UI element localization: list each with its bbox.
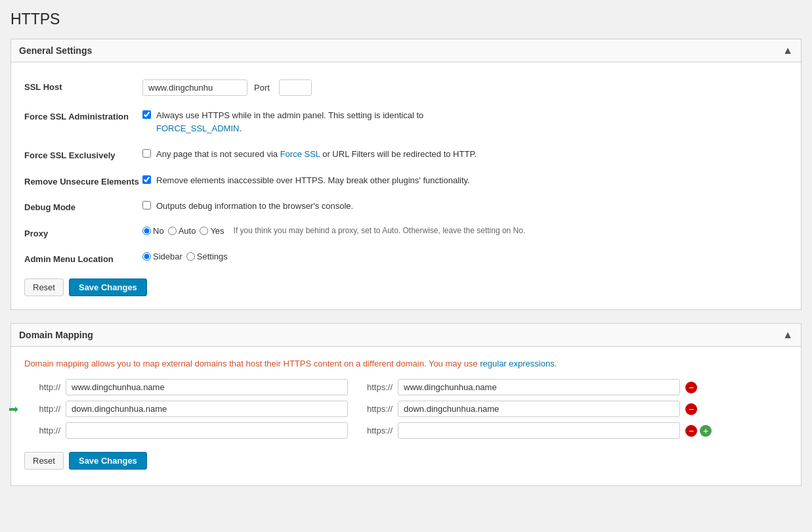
admin-menu-settings-label[interactable]: Settings: [186, 252, 228, 261]
force-ssl-exclusively-label: Force SSL Exclusively: [24, 148, 142, 160]
force-ssl-admin-label: Force SSL Administration: [24, 109, 142, 122]
force-ssl-exclusively-checkbox[interactable]: [142, 149, 151, 158]
remove-row2-button[interactable]: −: [685, 403, 697, 415]
force-ssl-admin-text: Always use HTTPS while in the admin pane…: [156, 109, 423, 135]
general-save-button[interactable]: Save Changes: [69, 278, 147, 296]
admin-menu-settings-radio[interactable]: [186, 252, 195, 261]
debug-mode-label: Debug Mode: [24, 200, 142, 212]
ssl-host-input[interactable]: [142, 79, 247, 96]
https-protocol-1: https://: [353, 382, 393, 392]
domain-mapping-body: Domain mapping allows you to map externa…: [11, 347, 801, 486]
general-settings-toggle[interactable]: ▲: [782, 45, 793, 56]
proxy-control: No Auto Yes If you think you may behind …: [142, 226, 788, 236]
force-ssl-admin-link[interactable]: FORCE_SSL_ADMIN: [156, 123, 239, 133]
domain-reset-button[interactable]: Reset: [24, 452, 64, 470]
force-ssl-admin-control: Always use HTTPS while in the admin pane…: [142, 109, 788, 135]
http-protocol-2: http://: [24, 404, 60, 414]
general-reset-button[interactable]: Reset: [24, 278, 64, 296]
remove-unsecure-row: Remove Unsecure Elements Remove elements…: [24, 167, 788, 194]
domain-mapping-buttons: Reset Save Changes: [24, 444, 788, 472]
general-settings-header: General Settings ▲: [11, 39, 801, 62]
regular-expressions-link[interactable]: regular expressions: [480, 359, 554, 368]
ssl-host-label: SSL Host: [24, 79, 142, 92]
port-label: Port: [254, 83, 270, 93]
proxy-hint: If you think you may behind a proxy, set…: [234, 226, 526, 235]
http-input-2[interactable]: [66, 401, 348, 417]
proxy-no-label[interactable]: No: [142, 226, 164, 236]
proxy-yes-radio[interactable]: [200, 227, 208, 235]
domain-row-2: ➡ http:// https:// −: [24, 401, 788, 417]
http-protocol-1: http://: [24, 382, 60, 392]
admin-menu-row: Admin Menu Location Sidebar Settings: [24, 245, 788, 271]
remove-unsecure-text: Remove elements inaccessible over HTTPS.…: [156, 174, 470, 187]
proxy-label: Proxy: [24, 226, 142, 238]
domain-save-button[interactable]: Save Changes: [69, 452, 147, 470]
row3-icons: − +: [685, 425, 712, 437]
remove-unsecure-label: Remove Unsecure Elements: [24, 174, 142, 187]
proxy-yes-label[interactable]: Yes: [200, 226, 224, 236]
https-protocol-3: https://: [353, 426, 393, 435]
proxy-auto-radio[interactable]: [168, 227, 177, 235]
debug-mode-text: Outputs debug information to the browser…: [156, 200, 353, 213]
general-settings-buttons: Reset Save Changes: [24, 271, 788, 299]
https-input-3[interactable]: [398, 422, 680, 439]
general-settings-panel: General Settings ▲ SSL Host Port Force S…: [11, 39, 801, 310]
remove-row3-button[interactable]: −: [685, 425, 697, 437]
admin-menu-sidebar-radio[interactable]: [142, 252, 151, 261]
force-ssl-link[interactable]: Force SSL: [280, 149, 320, 159]
row1-icons: −: [685, 382, 697, 393]
https-input-1[interactable]: [398, 379, 680, 395]
admin-menu-sidebar-label[interactable]: Sidebar: [142, 252, 182, 261]
page-title: HTTPS: [11, 11, 801, 28]
debug-mode-checkbox[interactable]: [142, 201, 151, 210]
port-input[interactable]: [279, 79, 312, 96]
general-settings-body: SSL Host Port Force SSL Administration A…: [11, 62, 801, 309]
domain-mapping-header: Domain Mapping ▲: [11, 324, 801, 347]
proxy-row: Proxy No Auto Yes If you think you may b…: [24, 219, 788, 245]
domain-mapping-title: Domain Mapping: [19, 330, 93, 340]
https-input-2[interactable]: [398, 401, 680, 417]
debug-mode-row: Debug Mode Outputs debug information to …: [24, 193, 788, 219]
proxy-no-radio[interactable]: [142, 227, 151, 235]
force-ssl-admin-checkbox[interactable]: [142, 110, 151, 119]
force-ssl-exclusively-text: Any page that is not secured via Force S…: [156, 148, 477, 161]
row2-icons: −: [685, 403, 697, 415]
force-ssl-exclusively-control: Any page that is not secured via Force S…: [142, 148, 788, 161]
domain-row-3: http:// https:// − +: [24, 422, 788, 439]
https-protocol-2: https://: [353, 404, 393, 414]
domain-mapping-panel: Domain Mapping ▲ Domain mapping allows y…: [11, 323, 801, 487]
current-row-arrow: ➡: [9, 402, 18, 416]
admin-menu-label: Admin Menu Location: [24, 252, 142, 264]
http-input-1[interactable]: [66, 379, 348, 395]
remove-row1-button[interactable]: −: [685, 382, 697, 393]
ssl-host-control: Port: [142, 79, 788, 96]
admin-menu-control: Sidebar Settings: [142, 252, 788, 261]
force-ssl-exclusively-row: Force SSL Exclusively Any page that is n…: [24, 141, 788, 167]
http-input-3[interactable]: [66, 422, 348, 439]
proxy-auto-label[interactable]: Auto: [168, 226, 196, 236]
http-protocol-3: http://: [24, 426, 60, 435]
domain-mapping-desc: Domain mapping allows you to map externa…: [24, 357, 788, 370]
domain-row-1: http:// https:// −: [24, 379, 788, 395]
domain-mapping-toggle[interactable]: ▲: [782, 329, 793, 341]
remove-unsecure-checkbox[interactable]: [142, 175, 151, 184]
remove-unsecure-control: Remove elements inaccessible over HTTPS.…: [142, 174, 788, 187]
ssl-host-row: SSL Host Port: [24, 73, 788, 102]
debug-mode-control: Outputs debug information to the browser…: [142, 200, 788, 213]
force-ssl-admin-row: Force SSL Administration Always use HTTP…: [24, 102, 788, 141]
general-settings-title: General Settings: [19, 45, 92, 56]
add-row-button[interactable]: +: [700, 425, 712, 437]
